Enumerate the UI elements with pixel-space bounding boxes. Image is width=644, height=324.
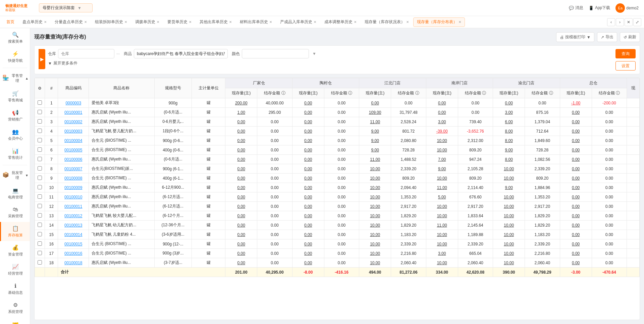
row-check[interactable] <box>35 145 45 155</box>
row-tc-qty[interactable]: 0.00 <box>292 221 324 230</box>
tab-close-diaobo[interactable]: ✕ <box>157 20 159 24</box>
row-yb-qty[interactable]: 6.00 <box>493 117 525 127</box>
row-tc-qty[interactable]: 0.00 <box>292 164 324 174</box>
row-yb-qty[interactable]: 8.00 <box>493 155 525 164</box>
tab-close-qitachuku[interactable]: ✕ <box>229 20 232 24</box>
row-checkbox[interactable] <box>38 213 42 218</box>
gear-col-header[interactable]: ⚙ <box>35 78 45 98</box>
row-code[interactable]: 0000003 <box>58 98 89 108</box>
row-code[interactable]: 00100014 <box>58 230 89 239</box>
row-jb-qty[interactable]: 10.00 <box>359 249 391 258</box>
row-jb-qty[interactable]: 10.00 <box>359 192 391 202</box>
expand-conditions-btn[interactable]: ▼ 展开更多条件 <box>48 60 613 66</box>
row-checkbox[interactable] <box>38 100 42 105</box>
row-na-qty[interactable]: 10.00 <box>426 145 458 155</box>
row-yb-qty[interactable]: 10.00 <box>493 230 525 239</box>
row-code[interactable]: 00100007 <box>58 164 89 174</box>
row-na-qty[interactable]: 5.00 <box>426 192 458 202</box>
sidebar-item-retail-mgmt[interactable]: 🏪 零售管理 ▲ <box>0 70 30 87</box>
row-tc-qty[interactable]: 0.00 <box>292 239 324 249</box>
row-tc-qty[interactable]: 0.00 <box>292 136 324 145</box>
tab-prev-btn[interactable]: ‹ <box>607 18 615 26</box>
tab-kucunfenbu[interactable]: 现存量（库存分布表） ✕ <box>413 17 465 27</box>
row-jb-qty[interactable]: 9.00 <box>359 127 391 136</box>
row-na-qty[interactable]: 10.00 <box>426 136 458 145</box>
row-yb-qty[interactable]: 10.00 <box>493 164 525 174</box>
row-check[interactable] <box>35 183 45 192</box>
row-checkbox[interactable] <box>38 260 42 265</box>
row-yb-qty[interactable]: 10.00 <box>493 221 525 230</box>
row-cj-qty[interactable]: 0.00 <box>225 239 257 249</box>
row-jb-qty[interactable]: 10.00 <box>359 258 391 268</box>
row-check[interactable] <box>35 155 45 164</box>
row-tc-qty[interactable]: 0.00 <box>292 174 324 183</box>
row-tc-qty[interactable]: 0.00 <box>292 249 324 258</box>
row-na-qty[interactable]: 10.00 <box>426 202 458 211</box>
row-code[interactable]: 00100013 <box>58 221 89 230</box>
tab-close-kucunkuangkuang[interactable]: ✕ <box>406 20 409 24</box>
row-cj-qty[interactable]: 0.00 <box>225 155 257 164</box>
tab-yaohuo[interactable]: 要货单历史 ✕ <box>164 17 195 27</box>
row-total-qty[interactable]: 0.00 <box>560 145 592 155</box>
row-tc-qty[interactable]: 0.00 <box>292 258 324 268</box>
store-selector[interactable]: 母婴行业演示陈套 ▼ <box>39 3 93 12</box>
row-na-qty[interactable]: 10.00 <box>426 211 458 221</box>
row-yb-qty[interactable]: 10.00 <box>493 192 525 202</box>
search-btn[interactable]: 查询 <box>615 49 636 58</box>
row-na-qty[interactable]: 11.00 <box>426 221 458 230</box>
row-tc-qty[interactable]: 0.00 <box>292 155 324 164</box>
color-input[interactable] <box>242 49 309 58</box>
row-tc-qty[interactable]: 0.00 <box>292 98 324 108</box>
row-total-qty[interactable]: 0.00 <box>560 108 592 117</box>
row-cj-qty[interactable]: 0.00 <box>225 211 257 221</box>
row-na-qty[interactable]: 9.00 <box>426 164 458 174</box>
row-check[interactable] <box>35 221 45 230</box>
tab-zuzhezhaicai[interactable]: 组装拆卸单历史 ✕ <box>91 17 131 27</box>
row-tc-qty[interactable]: 0.00 <box>292 202 324 211</box>
row-checkbox[interactable] <box>38 251 42 255</box>
row-jb-qty[interactable]: 11.00 <box>359 155 391 164</box>
row-checkbox[interactable] <box>38 194 42 199</box>
row-total-qty[interactable]: 0.00 <box>560 211 592 221</box>
row-code[interactable]: 00100009 <box>58 183 89 192</box>
row-checkbox[interactable] <box>38 232 42 236</box>
row-total-qty[interactable]: 0.00 <box>560 174 592 183</box>
tab-close-zuzhezhaicai[interactable]: ✕ <box>124 20 127 24</box>
row-check[interactable] <box>35 202 45 211</box>
row-total-qty[interactable]: 0.00 <box>560 249 592 258</box>
row-yb-qty[interactable]: 10.00 <box>493 211 525 221</box>
row-code[interactable]: 00100012 <box>58 211 89 221</box>
row-jb-qty[interactable]: 109.00 <box>359 108 391 117</box>
row-total-qty[interactable]: 0.00 <box>560 183 592 192</box>
tab-kucunkuangkuang[interactable]: 现存量（库存状况表） ✕ <box>361 17 413 27</box>
row-jb-qty[interactable]: 0.00 <box>359 98 391 108</box>
tab-close-chenbendiaozheng[interactable]: ✕ <box>354 20 357 24</box>
row-code[interactable]: 00100002 <box>58 117 89 127</box>
print-btn[interactable]: 🖨 按模板打印 ▼ <box>556 32 594 42</box>
tab-close-chanpinruku[interactable]: ✕ <box>314 20 316 24</box>
row-code[interactable]: 00100015 <box>58 239 89 249</box>
row-checkbox[interactable] <box>38 223 42 227</box>
row-code[interactable]: 00100016 <box>58 249 89 258</box>
row-cj-qty[interactable]: 0.00 <box>225 127 257 136</box>
row-yb-qty[interactable]: 3.00 <box>493 108 525 117</box>
row-jb-qty[interactable]: 10.00 <box>359 164 391 174</box>
row-total-qty[interactable]: 0.00 <box>560 155 592 164</box>
row-jb-qty[interactable]: 9.00 <box>359 145 391 155</box>
set-btn[interactable]: 设置 <box>615 61 636 71</box>
row-code[interactable]: 00100010 <box>58 192 89 202</box>
row-jb-qty[interactable]: 10.00 <box>359 211 391 221</box>
tab-chanpinruku[interactable]: 产成品入库单历史 ✕ <box>276 17 320 27</box>
row-code[interactable]: 00100004 <box>58 136 89 145</box>
row-cj-qty[interactable]: 200.00 <box>225 98 257 108</box>
row-checkbox[interactable] <box>38 119 42 124</box>
row-cj-qty[interactable]: 0.00 <box>225 164 257 174</box>
sidebar-item-system[interactable]: ⚙ 系统管理 <box>0 298 30 318</box>
row-cj-qty[interactable]: 0.00 <box>225 258 257 268</box>
sidebar-item-finance[interactable]: 💰 资金管理 <box>0 241 30 260</box>
tab-home[interactable]: 首页 <box>3 17 18 27</box>
sidebar-item-basic[interactable]: ℹ 基础信息 <box>0 279 30 298</box>
row-cj-qty[interactable]: 0.00 <box>225 221 257 230</box>
tab-chenbendiaozheng[interactable]: 成本调整单历史 ✕ <box>321 17 360 27</box>
row-cj-qty[interactable]: 0.00 <box>225 174 257 183</box>
